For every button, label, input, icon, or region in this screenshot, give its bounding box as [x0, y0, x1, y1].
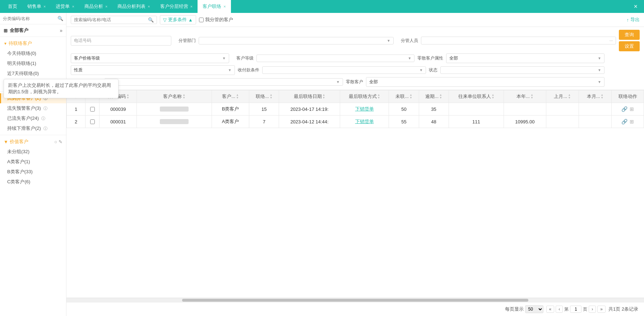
row2-link-icon[interactable]: 🔗 — [621, 119, 627, 124]
sort-arrows-code: ▲▼ — [126, 94, 129, 99]
th-contact[interactable]: 联络... ▲▼ — [249, 90, 279, 103]
row1-unreached: 50 — [389, 103, 419, 115]
row2-unreached: 55 — [389, 115, 419, 128]
retail-customer-select[interactable]: 全部 ▼ — [366, 77, 604, 87]
adv-row-1: 电话号码 分管部门 ▼ 分管人员 ··· 查询 设置 — [71, 30, 640, 51]
nav-customer-layer-close[interactable]: × — [190, 4, 193, 9]
sidebar-item-tomorrow[interactable]: 明天待联络(1) — [0, 58, 66, 69]
last-page-button[interactable]: » — [597, 306, 606, 313]
sidebar-item-unclassified[interactable]: 未分组(32) — [0, 147, 66, 157]
row1-check — [85, 103, 99, 115]
sidebar-item-7days[interactable]: 近7天待联络(0) — [0, 69, 66, 79]
sort-arrows-name: ▲▼ — [182, 94, 185, 99]
nav-purchase[interactable]: 进货单 × — [51, 0, 79, 13]
row1-date: 2023-04-17 14:19: — [279, 103, 340, 115]
th-method[interactable]: 最后联络方式 ▲▼ — [340, 90, 389, 103]
row1-link-icon[interactable]: 🔗 — [621, 106, 627, 112]
sidebar-item-c-class[interactable]: C类客户(6) — [0, 177, 66, 187]
sort-arrows-type: ▲▼ — [236, 94, 239, 99]
sidebar-item-today[interactable]: 今天待联络(0) — [0, 48, 66, 58]
more-filters-button[interactable]: ▽ 更多条件 ▲ — [160, 15, 196, 24]
customer-level-select[interactable]: ▼ — [256, 55, 415, 62]
th-partner[interactable]: 往来单位联系人 ▲▼ — [449, 90, 504, 103]
row2-check — [85, 115, 99, 128]
sidebar-search-input[interactable] — [3, 16, 57, 21]
th-this-year[interactable]: 本年... ▲▼ — [504, 90, 546, 103]
sidebar-divider-2 — [0, 135, 66, 135]
row2-checkbox[interactable] — [90, 119, 95, 124]
price-level-select[interactable]: 客户价格等级 ▼ — [71, 53, 229, 63]
nav-home[interactable]: 首页 — [3, 0, 22, 13]
first-page-button[interactable]: « — [546, 306, 555, 313]
th-overdue[interactable]: 逾期... ▲▼ — [419, 90, 449, 103]
nav-goods-analysis-close[interactable]: × — [105, 4, 107, 9]
row1-actions: 🔗 ⊞ — [612, 103, 644, 115]
row1-method-link[interactable]: 下销货单 — [355, 106, 374, 112]
row2-type: A类客户 — [212, 115, 249, 128]
sidebar-collapse-icon[interactable]: » — [60, 28, 62, 33]
nav-goods-analysis-list[interactable]: 商品分析列表 × — [112, 0, 155, 13]
row2-overdue: 48 — [419, 115, 449, 128]
customer-type-select[interactable]: ▼ — [105, 78, 343, 86]
nav-customer-contact-close[interactable]: × — [223, 4, 226, 9]
scrollbar-thumb[interactable] — [182, 299, 529, 302]
gender-select[interactable]: 性质 ▼ — [71, 65, 235, 75]
sidebar-search-icon[interactable]: 🔍 — [57, 16, 63, 21]
filter-icon: ▽ — [163, 17, 167, 23]
edit-icon[interactable]: ✎ — [59, 139, 62, 145]
table-row: 2 000031 A类客户 7 2023-04-12 14:44: 下销货单 5… — [67, 115, 644, 128]
pay-terms-select[interactable]: ▼ — [262, 66, 426, 74]
sidebar-item-a-class[interactable]: A类客户(1) — [0, 157, 66, 167]
th-last-month[interactable]: 上月... ▲▼ — [546, 90, 579, 103]
sidebar-pending-title[interactable]: ▼ 待联络客户 — [0, 38, 66, 48]
settings-button[interactable]: 设置 — [619, 41, 640, 51]
sidebar-value-section[interactable]: ▼ 价值客户 ○ ✎ — [0, 137, 66, 147]
main-search-input[interactable] — [74, 17, 148, 22]
info-icon-4: ⓘ — [43, 126, 47, 131]
row2-contacts: 7 — [249, 115, 279, 128]
sidebar-item-churned[interactable]: 已流失客户(24) ⓘ — [0, 113, 66, 123]
nav-purchase-close[interactable]: × — [72, 4, 74, 9]
th-unreached[interactable]: 未联... ▲▼ — [389, 90, 419, 103]
sidebar-item-declining[interactable]: 持续下滑客户(2) ⓘ — [0, 123, 66, 133]
next-page-button[interactable]: › — [589, 306, 596, 313]
th-this-month[interactable]: 本月... ▲▼ — [579, 90, 611, 103]
prev-page-button[interactable]: ‹ — [556, 306, 563, 313]
page-number-input[interactable] — [570, 306, 582, 313]
row2-this-year: 10995.00 — [504, 115, 546, 128]
my-customers-checkbox[interactable] — [199, 18, 204, 22]
manager-select[interactable]: ··· — [421, 37, 616, 44]
row2-method: 下销货单 — [340, 115, 389, 128]
horizontal-scrollbar[interactable] — [66, 298, 644, 302]
sidebar-item-churn-warning[interactable]: 流失预警客户(3) ⓘ — [0, 103, 66, 113]
main-search-icon[interactable]: 🔍 — [148, 17, 154, 23]
nav-goods-analysis[interactable]: 商品分析 × — [79, 0, 112, 13]
adv-row-3: 性质 ▼ 收付款条件 ▼ 状态 ▼ — [71, 65, 640, 75]
row2-method-link[interactable]: 下销货单 — [355, 119, 374, 124]
dept-select[interactable]: ▼ — [199, 37, 394, 44]
page-size-select[interactable]: 50 100 200 — [525, 305, 543, 313]
phone-field[interactable]: 电话号码 — [71, 36, 171, 46]
nav-customer-layer[interactable]: 客户分层经营 × — [155, 0, 198, 13]
nav-sales[interactable]: 销售单 × — [22, 0, 51, 13]
nav-goods-analysis-list-close[interactable]: × — [148, 4, 150, 9]
all-customers-label: 全部客户 — [10, 27, 28, 34]
retail-attr-select[interactable]: 全部 ▼ — [446, 53, 604, 63]
export-button[interactable]: ↑ 导出 — [627, 16, 640, 23]
circle-icon[interactable]: ○ — [54, 139, 57, 145]
query-button[interactable]: 查询 — [619, 30, 640, 40]
th-date[interactable]: 最后联络日期 ▲▼ — [279, 90, 340, 103]
sidebar-item-b-class[interactable]: B类客户(33) — [0, 167, 66, 177]
row1-name-blurred — [160, 107, 189, 112]
nav-sales-close[interactable]: × — [43, 4, 46, 9]
th-type[interactable]: 客户... ▲▼ — [212, 90, 249, 103]
nav-customer-contact[interactable]: 客户联络 × — [198, 0, 231, 13]
th-name[interactable]: 客户名称 ▲▼ — [137, 90, 212, 103]
row1-checkbox[interactable] — [90, 107, 95, 112]
window-close-button[interactable]: × — [630, 3, 641, 10]
row2-grid-icon[interactable]: ⊞ — [630, 119, 634, 124]
row1-grid-icon[interactable]: ⊞ — [630, 106, 634, 112]
manager-more-icon[interactable]: ··· — [610, 38, 613, 43]
status-select[interactable]: ▼ — [440, 66, 604, 74]
sort-arrows-partner: ▲▼ — [492, 94, 495, 99]
